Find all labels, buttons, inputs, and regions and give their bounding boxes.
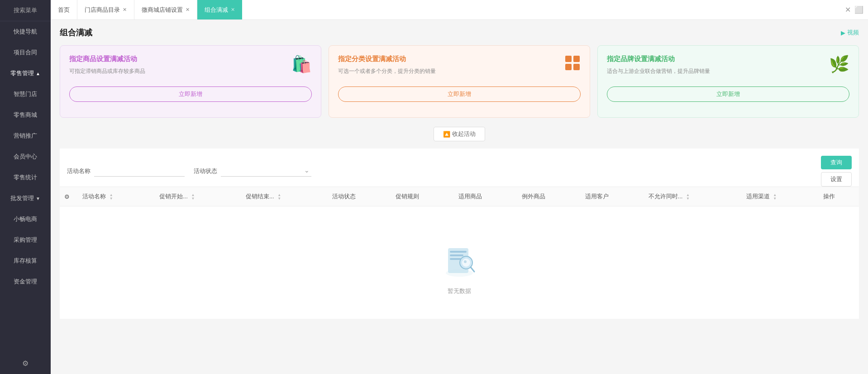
sidebar-item-xiaochange[interactable]: 小畅电商 (0, 209, 51, 230)
sort-promo-end-icon[interactable]: ▲▼ (277, 193, 281, 201)
query-button[interactable]: 查询 (821, 156, 852, 169)
svg-rect-6 (450, 251, 467, 253)
tab-home[interactable]: 首页 (51, 0, 77, 19)
empty-state: 暂无数据 (64, 212, 854, 313)
svg-rect-8 (450, 258, 461, 260)
sidebar-item-purchase-mgmt[interactable]: 采购管理 (0, 230, 51, 250)
goods-card-add-button[interactable]: 立即新增 (69, 86, 312, 102)
sidebar-item-finance-mgmt[interactable]: 资金管理 (0, 271, 51, 292)
svg-point-12 (464, 260, 467, 263)
video-link[interactable]: ▶ 视频 (841, 29, 859, 37)
category-card-add-button[interactable]: 立即新增 (338, 86, 581, 102)
collapse-icon: 🔼 (443, 131, 450, 138)
brand-activity-card: 指定品牌设置满减活动 适合与上游企业联合做营销，提升品牌销量 🌿 立即新增 (597, 45, 859, 118)
category-card-title: 指定分类设置满减活动 (338, 55, 581, 63)
tab-bar-actions: ✕ ⬜ (845, 5, 868, 14)
tab-wechat-settings[interactable]: 微商城店铺设置 ✕ (134, 0, 197, 19)
sidebar-item-member-center[interactable]: 会员中心 (0, 146, 51, 167)
activity-name-field: 活动名称 (67, 166, 185, 177)
table-header-row: ⚙ 活动名称 ▲▼ 促销开始... ▲▼ 促销结束... ▲▼ (60, 187, 859, 206)
activity-status-select[interactable] (221, 166, 311, 177)
activity-status-field: 活动状态 (194, 166, 311, 177)
category-activity-card: 指定分类设置满减活动 可选一个或者多个分类，提升分类的销量 立即新增 (329, 45, 590, 118)
sidebar: 搜索菜单 快捷导航 项目合同 零售管理 ▲ 智慧门店 零售商城 营销推广 会员中… (0, 0, 51, 374)
empty-row: 暂无数据 (60, 206, 859, 319)
search-bar: 活动名称 活动状态 查询 设置 (60, 149, 859, 187)
search-actions: 查询 设置 (821, 156, 852, 187)
activity-name-label: 活动名称 (67, 167, 91, 175)
tab-combo-discount[interactable]: 组合满减 ✕ (197, 0, 242, 19)
window-maximize-icon[interactable]: ⬜ (854, 5, 863, 14)
table-header: ⚙ 活动名称 ▲▼ 促销开始... ▲▼ 促销结束... ▲▼ (60, 187, 859, 206)
th-promo-end: 促销结束... ▲▼ (241, 187, 328, 206)
collapse-bar: 🔼 收起活动 (60, 123, 859, 149)
svg-rect-2 (565, 64, 572, 70)
sidebar-item-wholesale-mgmt[interactable]: 批发管理 ▼ (0, 188, 51, 209)
sidebar-item-retail-mgmt[interactable]: 零售管理 ▲ (0, 63, 51, 84)
svg-rect-0 (565, 56, 572, 62)
sort-promo-start-icon[interactable]: ▲▼ (191, 193, 195, 201)
goods-activity-card: 指定商品设置满减活动 可指定滞销商品或库存较多商品 🛍️ 立即新增 (60, 45, 321, 118)
sidebar-item-project-contract[interactable]: 项目合同 (0, 42, 51, 63)
th-activity-name: 活动名称 ▲▼ (78, 187, 155, 206)
brand-card-title: 指定品牌设置满减活动 (607, 55, 849, 63)
table-settings-icon: ⚙ (64, 193, 70, 200)
brand-card-icon: 🌿 (829, 55, 849, 74)
close-wechat-settings-icon[interactable]: ✕ (186, 7, 190, 13)
svg-rect-3 (573, 64, 580, 70)
th-operation: 操作 (819, 187, 859, 206)
th-applicable-goods: 适用商品 (454, 187, 517, 206)
sidebar-item-quick-nav[interactable]: 快捷导航 (0, 21, 51, 42)
th-promo-rule: 促销规则 (391, 187, 454, 206)
tab-store-catalog[interactable]: 门店商品目录 ✕ (77, 0, 134, 19)
play-icon: ▶ (841, 29, 845, 36)
goods-card-title: 指定商品设置满减活动 (69, 55, 312, 63)
activity-name-input[interactable] (94, 166, 185, 177)
sidebar-item-retail-mall[interactable]: 零售商城 (0, 105, 51, 125)
close-store-catalog-icon[interactable]: ✕ (123, 7, 127, 13)
th-applicable-customer: 适用客户 (581, 187, 644, 206)
wholesale-mgmt-arrow-icon: ▼ (36, 196, 40, 201)
sidebar-item-smart-store[interactable]: 智慧门店 (0, 84, 51, 105)
th-activity-status: 活动状态 (328, 187, 391, 206)
page-header: 组合满减 ▶ 视频 (60, 27, 859, 38)
sort-not-allow-icon[interactable]: ▲▼ (686, 193, 690, 201)
sidebar-item-retail-stats[interactable]: 零售统计 (0, 167, 51, 188)
page-title: 组合满减 (60, 27, 92, 38)
settings-gear-icon[interactable]: ⚙ (22, 360, 29, 367)
category-card-desc: 可选一个或者多个分类，提升分类的销量 (338, 67, 581, 76)
activity-cards: 指定商品设置满减活动 可指定滞销商品或库存较多商品 🛍️ 立即新增 指定分类设置… (60, 45, 859, 118)
retail-mgmt-arrow-icon: ▲ (36, 71, 40, 76)
svg-rect-7 (450, 254, 463, 256)
content-area: 组合满减 ▶ 视频 指定商品设置满减活动 可指定滞销商品或库存较多商品 🛍️ 立… (51, 20, 868, 374)
sort-activity-name-icon[interactable]: ▲▼ (110, 193, 113, 201)
tab-bar: 首页 门店商品目录 ✕ 微商城店铺设置 ✕ 组合满减 ✕ ✕ ⬜ (51, 0, 868, 20)
th-gear[interactable]: ⚙ (60, 187, 78, 206)
activity-status-label: 活动状态 (194, 167, 217, 175)
table-body: 暂无数据 (60, 206, 859, 319)
sidebar-item-marketing[interactable]: 营销推广 (0, 125, 51, 146)
activity-status-select-wrapper (221, 166, 311, 177)
activity-table: ⚙ 活动名称 ▲▼ 促销开始... ▲▼ 促销结束... ▲▼ (60, 187, 859, 319)
empty-cell: 暂无数据 (60, 206, 859, 319)
th-not-allow-same-time: 不允许同时... ▲▼ (644, 187, 742, 206)
category-card-icon (564, 55, 581, 75)
th-applicable-channel: 适用渠道 ▲▼ (742, 187, 819, 206)
window-close-icon[interactable]: ✕ (845, 5, 851, 14)
sidebar-bottom: ⚙ (0, 353, 51, 374)
empty-illustration (439, 239, 480, 280)
brand-card-desc: 适合与上游企业联合做营销，提升品牌销量 (607, 67, 849, 76)
goods-card-icon: 🛍️ (291, 55, 312, 74)
brand-card-add-button[interactable]: 立即新增 (607, 86, 849, 102)
svg-rect-1 (573, 56, 580, 62)
close-combo-discount-icon[interactable]: ✕ (231, 7, 235, 13)
sort-channel-icon[interactable]: ▲▼ (773, 193, 777, 201)
collapse-activity-button[interactable]: 🔼 收起活动 (434, 127, 485, 141)
goods-card-desc: 可指定滞销商品或库存较多商品 (69, 67, 312, 76)
svg-line-11 (471, 267, 474, 272)
sidebar-item-inventory-check[interactable]: 库存核算 (0, 250, 51, 271)
main-area: 首页 门店商品目录 ✕ 微商城店铺设置 ✕ 组合满减 ✕ ✕ ⬜ 组合满减 ▶ … (51, 0, 868, 374)
sidebar-search[interactable]: 搜索菜单 (0, 0, 51, 21)
table-section: 活动名称 活动状态 查询 设置 (60, 149, 859, 319)
setting-button[interactable]: 设置 (821, 172, 852, 187)
